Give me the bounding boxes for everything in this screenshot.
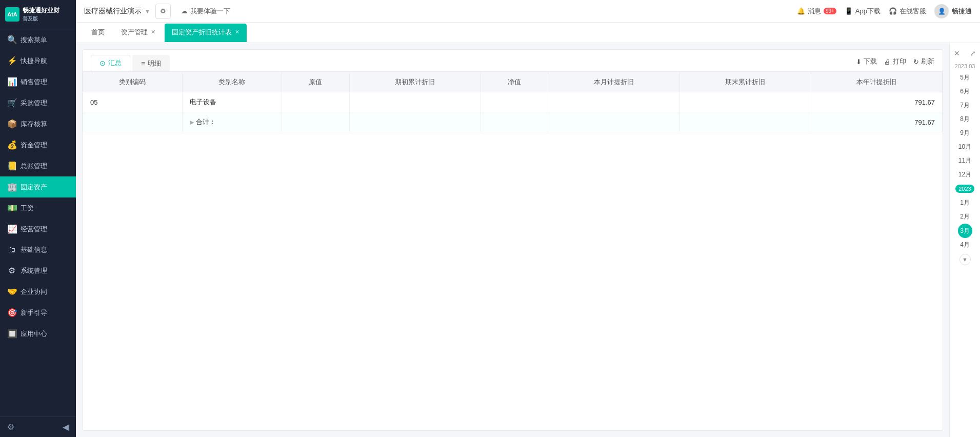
- sidebar-footer: ⚙ ◀: [0, 416, 76, 437]
- tab-asset-management[interactable]: 资产管理 ✕: [114, 24, 163, 42]
- print-label: 打印: [893, 57, 906, 66]
- scroll-down-icon[interactable]: ▼: [959, 254, 971, 265]
- app-name: 畅捷通好业财: [23, 6, 59, 15]
- notification-label: 消息: [808, 7, 821, 16]
- nav-icon: 🏢: [7, 182, 16, 192]
- sidebar-item-工资[interactable]: 💵工资: [0, 197, 76, 218]
- sidebar-item-经营管理[interactable]: 📈经营管理: [0, 218, 76, 240]
- download-icon: 📱: [845, 7, 853, 15]
- close-asset-tab-icon[interactable]: ✕: [151, 29, 155, 35]
- nav-icon: 💰: [7, 140, 16, 150]
- experience-button[interactable]: ☁ 我要体验一下: [176, 5, 235, 18]
- company-selector[interactable]: 医疗器械行业演示 ▼: [84, 7, 150, 16]
- nav-icon: 📒: [7, 161, 16, 171]
- month-item[interactable]: 9月: [957, 126, 972, 140]
- sidebar-item-新手引导[interactable]: 🎯新手引导: [0, 302, 76, 323]
- collapse-icon[interactable]: ◀: [63, 422, 69, 432]
- tab-depreciation-report[interactable]: 固定资产折旧统计表 ✕: [165, 24, 247, 42]
- date-list: 2023.03 5月6月7月8月9月10月11月12月 2023 1月2月3月4…: [950, 62, 980, 252]
- expand-panel-icon[interactable]: ⤢: [970, 49, 976, 57]
- sidebar-item-搜索菜单[interactable]: 🔍搜索菜单: [0, 29, 76, 50]
- tab-home-label: 首页: [91, 28, 105, 37]
- subtotal-label: [83, 112, 183, 132]
- sidebar-item-总账管理[interactable]: 📒总账管理: [0, 155, 76, 176]
- subtotal-net: [481, 112, 548, 132]
- sidebar-nav: 🔍搜索菜单⚡快捷导航📊销售管理🛒采购管理📦库存核算💰资金管理📒总账管理🏢固定资产…: [0, 29, 76, 416]
- subtotal-initial: [349, 112, 481, 132]
- content-area: ⊙ 汇总 ≡ 明细 ⬇ 下载 🖨 打印: [76, 43, 980, 437]
- month-item[interactable]: 12月: [957, 168, 972, 182]
- depreciation-table: 类别编码 类别名称 原值 期初累计折旧 净值 本月计提折旧 期末累计折旧 本年计…: [83, 72, 943, 132]
- app-download-label: App下载: [855, 7, 881, 16]
- subtabs-toolbar: ⬇ 下载 🖨 打印 ↻ 刷新: [856, 57, 934, 69]
- current-month-item[interactable]: 3月: [958, 224, 972, 238]
- app-logo: AtA 畅捷通好业财 普及版: [0, 0, 76, 29]
- subtotal-original: [282, 112, 349, 132]
- col-code: 类别编码: [83, 72, 183, 92]
- topbar-left: 医疗器械行业演示 ▼ ⚙ ☁ 我要体验一下: [84, 4, 235, 19]
- sidebar-item-企业协同[interactable]: 🤝企业协同: [0, 281, 76, 302]
- month-item[interactable]: 6月: [957, 85, 972, 98]
- sidebar: AtA 畅捷通好业财 普及版 🔍搜索菜单⚡快捷导航📊销售管理🛒采购管理📦库存核算…: [0, 0, 76, 437]
- headset-icon: 🎧: [889, 7, 897, 15]
- nav-icon: ⚡: [7, 56, 16, 66]
- sidebar-item-库存核算[interactable]: 📦库存核算: [0, 113, 76, 134]
- nav-icon: 🔲: [7, 329, 16, 339]
- sidebar-item-基础信息[interactable]: 🗂基础信息: [0, 240, 76, 260]
- month-item[interactable]: 5月: [957, 71, 972, 85]
- gear-button[interactable]: ⚙: [155, 4, 171, 19]
- topbar: 医疗器械行业演示 ▼ ⚙ ☁ 我要体验一下 🔔 消息 99 📱 App下载 🎧 …: [76, 0, 980, 23]
- customer-service-button[interactable]: 🎧 在线客服: [889, 7, 926, 16]
- month-item[interactable]: 2月: [958, 210, 972, 224]
- sidebar-item-采购管理[interactable]: 🛒采购管理: [0, 92, 76, 113]
- month-item[interactable]: 11月: [957, 154, 972, 168]
- print-button[interactable]: 🖨 打印: [884, 57, 906, 66]
- sidebar-item-系统管理[interactable]: ⚙系统管理: [0, 260, 76, 281]
- subtab-summary[interactable]: ⊙ 汇总: [91, 55, 130, 71]
- nav-icon: 💵: [7, 203, 16, 213]
- sidebar-item-销售管理[interactable]: 📊销售管理: [0, 71, 76, 92]
- nav-icon: 🛒: [7, 98, 16, 108]
- sidebar-item-快捷导航[interactable]: ⚡快捷导航: [0, 50, 76, 71]
- nav-icon: 📈: [7, 224, 16, 234]
- download-button[interactable]: ⬇ 下载: [856, 57, 877, 66]
- year-badge[interactable]: 2023: [955, 185, 974, 193]
- month-item[interactable]: 1月: [958, 196, 972, 210]
- logo-icon: AtA: [5, 7, 19, 22]
- data-table-container: 类别编码 类别名称 原值 期初累计折旧 净值 本月计提折旧 期末累计折旧 本年计…: [83, 72, 943, 430]
- sidebar-item-资金管理[interactable]: 💰资金管理: [0, 134, 76, 155]
- cell-name: 电子设备: [182, 92, 282, 112]
- month-item[interactable]: 8月: [957, 112, 972, 126]
- close-depreciation-tab-icon[interactable]: ✕: [235, 29, 239, 35]
- table-row: 05 电子设备 791.67: [83, 92, 943, 112]
- cell-code: 05: [83, 92, 183, 112]
- sidebar-item-固定资产[interactable]: 🏢固定资产: [0, 176, 76, 197]
- chevron-down-icon: ▼: [145, 8, 150, 14]
- settings-icon[interactable]: ⚙: [7, 422, 14, 432]
- sidebar-item-应用中心[interactable]: 🔲应用中心: [0, 323, 76, 344]
- topbar-right: 🔔 消息 99 📱 App下载 🎧 在线客服 👤 畅捷通: [797, 4, 972, 18]
- user-menu[interactable]: 👤 畅捷通: [934, 4, 972, 18]
- close-panel-icon[interactable]: ✕: [954, 49, 960, 57]
- content-main: ⊙ 汇总 ≡ 明细 ⬇ 下载 🖨 打印: [82, 49, 943, 431]
- tab-home[interactable]: 首页: [84, 24, 112, 42]
- bell-icon: 🔔: [797, 7, 805, 15]
- app-download-button[interactable]: 📱 App下载: [845, 7, 881, 16]
- notification-button[interactable]: 🔔 消息 99: [797, 7, 836, 16]
- experience-label: 我要体验一下: [190, 7, 230, 16]
- print-icon: 🖨: [884, 58, 891, 66]
- tab-depreciation-label: 固定资产折旧统计表: [172, 28, 232, 37]
- user-name: 畅捷通: [952, 7, 972, 16]
- nav-icon: 📊: [7, 77, 16, 87]
- subtab-detail[interactable]: ≡ 明细: [132, 55, 170, 71]
- summary-icon: ⊙: [99, 59, 106, 67]
- month-item[interactable]: 7月: [957, 98, 972, 112]
- refresh-button[interactable]: ↻ 刷新: [913, 57, 934, 66]
- month-item[interactable]: 10月: [957, 140, 972, 154]
- subtabs-left: ⊙ 汇总 ≡ 明细: [91, 55, 170, 71]
- col-annual-dep: 本年计提折旧: [811, 72, 942, 92]
- company-name: 医疗器械行业演示: [84, 7, 142, 16]
- download-label: 下载: [864, 57, 877, 66]
- subtotal-annual: 791.67: [811, 112, 942, 132]
- month-item[interactable]: 4月: [958, 238, 972, 252]
